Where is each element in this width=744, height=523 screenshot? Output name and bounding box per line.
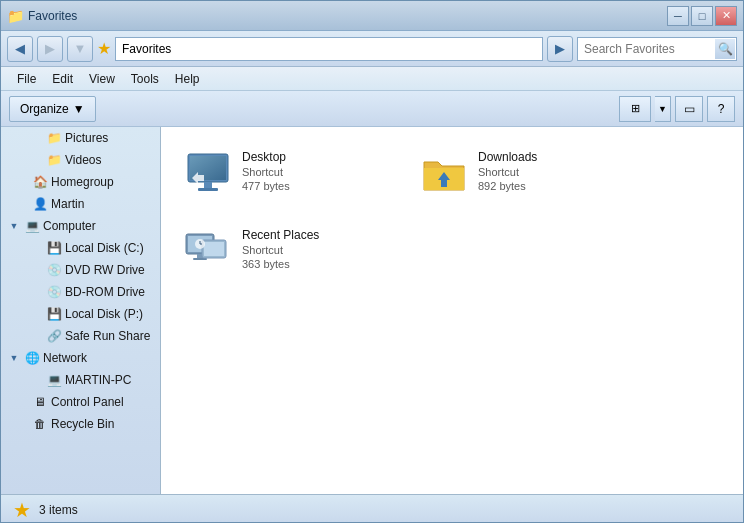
bd-icon: 💿 — [46, 284, 62, 300]
sidebar-item-homegroup[interactable]: 🏠 Homegroup — [1, 171, 160, 193]
expander-bd-rom — [29, 285, 43, 299]
window-icon: 📁 — [7, 8, 24, 24]
expander-videos — [29, 153, 43, 167]
dvd-icon: 💿 — [46, 262, 62, 278]
sidebar-label-network: Network — [43, 351, 87, 365]
toolbar-right: ⊞ ▼ ▭ ? — [619, 96, 735, 122]
expander-homegroup — [15, 175, 29, 189]
sidebar: 📁 Pictures 📁 Videos 🏠 Homegroup 👤 Martin… — [1, 127, 161, 494]
homegroup-icon: 🏠 — [32, 174, 48, 190]
sidebar-label-recycle-bin: Recycle Bin — [51, 417, 114, 431]
title-bar: 📁 Favorites ─ □ ✕ — [1, 1, 743, 31]
recycle-bin-icon: 🗑 — [32, 416, 48, 432]
expander-martin-pc — [29, 373, 43, 387]
sidebar-label-local-disk-p: Local Disk (P:) — [65, 307, 143, 321]
status-bar: ★ 3 items — [1, 494, 743, 523]
downloads-file-info: Downloads Shortcut 892 bytes — [478, 150, 537, 192]
search-input[interactable] — [577, 37, 737, 61]
downloads-icon — [420, 150, 468, 198]
go-button[interactable]: ▶ — [547, 36, 573, 62]
status-item-count: 3 items — [39, 503, 78, 517]
address-field[interactable]: Favorites — [115, 37, 543, 61]
sidebar-label-homegroup: Homegroup — [51, 175, 114, 189]
window-title: Favorites — [28, 9, 77, 23]
sidebar-label-martin-pc: MARTIN-PC — [65, 373, 131, 387]
disk-icon-p: 💾 — [46, 306, 62, 322]
sidebar-label-bd-rom: BD-ROM Drive — [65, 285, 145, 299]
preview-panel-button[interactable]: ▭ — [675, 96, 703, 122]
recent-places-file-size: 363 bytes — [242, 258, 319, 270]
sidebar-label-control-panel: Control Panel — [51, 395, 124, 409]
title-bar-controls: ─ □ ✕ — [667, 6, 737, 26]
sidebar-item-martin-pc[interactable]: 💻 MARTIN-PC — [1, 369, 160, 391]
help-button[interactable]: ? — [707, 96, 735, 122]
view-mode-arrow-button[interactable]: ▼ — [655, 96, 671, 122]
sidebar-label-martin: Martin — [51, 197, 84, 211]
recent-places-file-name: Recent Places — [242, 228, 319, 242]
sidebar-label-videos: Videos — [65, 153, 101, 167]
favorites-star-icon: ★ — [97, 39, 111, 58]
menu-edit[interactable]: Edit — [44, 70, 81, 88]
search-wrapper: 🔍 — [577, 37, 737, 61]
maximize-button[interactable]: □ — [691, 6, 713, 26]
desktop-file-name: Desktop — [242, 150, 290, 164]
sidebar-label-pictures: Pictures — [65, 131, 108, 145]
view-mode-button[interactable]: ⊞ — [619, 96, 651, 122]
expander-local-disk-c — [29, 241, 43, 255]
menu-tools[interactable]: Tools — [123, 70, 167, 88]
expander-pictures — [29, 131, 43, 145]
control-panel-icon: 🖥 — [32, 394, 48, 410]
close-button[interactable]: ✕ — [715, 6, 737, 26]
downloads-file-name: Downloads — [478, 150, 537, 164]
sidebar-item-control-panel[interactable]: 🖥 Control Panel — [1, 391, 160, 413]
sidebar-label-local-disk-c: Local Disk (C:) — [65, 241, 144, 255]
sidebar-item-local-disk-p[interactable]: 💾 Local Disk (P:) — [1, 303, 160, 325]
sidebar-item-dvd-rw[interactable]: 💿 DVD RW Drive — [1, 259, 160, 281]
recent-places-file-info: Recent Places Shortcut 363 bytes — [242, 228, 319, 270]
sidebar-item-network[interactable]: ▼ 🌐 Network — [1, 347, 160, 369]
sidebar-item-pictures[interactable]: 📁 Pictures — [1, 127, 160, 149]
toolbar: Organize ▼ ⊞ ▼ ▭ ? — [1, 91, 743, 127]
dropdown-arrow-button[interactable]: ▼ — [67, 36, 93, 62]
file-item-desktop[interactable]: Desktop Shortcut 477 bytes — [177, 143, 397, 205]
menu-file[interactable]: File — [9, 70, 44, 88]
sidebar-item-martin[interactable]: 👤 Martin — [1, 193, 160, 215]
expander-computer: ▼ — [7, 219, 21, 233]
expander-safe-run — [29, 329, 43, 343]
expander-dvd-rw — [29, 263, 43, 277]
recent-places-icon — [184, 228, 232, 276]
folder-icon-pictures: 📁 — [46, 130, 62, 146]
main-area: 📁 Pictures 📁 Videos 🏠 Homegroup 👤 Martin… — [1, 127, 743, 494]
sidebar-item-videos[interactable]: 📁 Videos — [1, 149, 160, 171]
expander-control-panel — [15, 395, 29, 409]
sidebar-item-recycle-bin[interactable]: 🗑 Recycle Bin — [1, 413, 160, 435]
menu-help[interactable]: Help — [167, 70, 208, 88]
desktop-file-size: 477 bytes — [242, 180, 290, 192]
folder-icon-videos: 📁 — [46, 152, 62, 168]
sidebar-label-safe-run: Safe Run Share — [65, 329, 150, 343]
sidebar-item-safe-run[interactable]: 🔗 Safe Run Share — [1, 325, 160, 347]
sidebar-label-dvd-rw: DVD RW Drive — [65, 263, 145, 277]
content-pane: Desktop Shortcut 477 bytes Downloads Sho… — [161, 127, 743, 494]
menu-view[interactable]: View — [81, 70, 123, 88]
expander-local-disk-p — [29, 307, 43, 321]
forward-button[interactable]: ▶ — [37, 36, 63, 62]
downloads-file-type: Shortcut — [478, 166, 537, 178]
address-text: Favorites — [122, 42, 171, 56]
pc-icon-martin: 💻 — [46, 372, 62, 388]
computer-icon: 💻 — [24, 218, 40, 234]
back-button[interactable]: ◀ — [7, 36, 33, 62]
expander-martin — [15, 197, 29, 211]
file-item-recent-places[interactable]: Recent Places Shortcut 363 bytes — [177, 221, 397, 283]
sidebar-item-bd-rom[interactable]: 💿 BD-ROM Drive — [1, 281, 160, 303]
sidebar-item-local-disk-c[interactable]: 💾 Local Disk (C:) — [1, 237, 160, 259]
share-icon: 🔗 — [46, 328, 62, 344]
minimize-button[interactable]: ─ — [667, 6, 689, 26]
organize-button[interactable]: Organize ▼ — [9, 96, 96, 122]
sidebar-label-computer: Computer — [43, 219, 96, 233]
sidebar-item-computer[interactable]: ▼ 💻 Computer — [1, 215, 160, 237]
search-button[interactable]: 🔍 — [715, 39, 735, 59]
desktop-file-type: Shortcut — [242, 166, 290, 178]
recent-places-file-type: Shortcut — [242, 244, 319, 256]
file-item-downloads[interactable]: Downloads Shortcut 892 bytes — [413, 143, 633, 205]
